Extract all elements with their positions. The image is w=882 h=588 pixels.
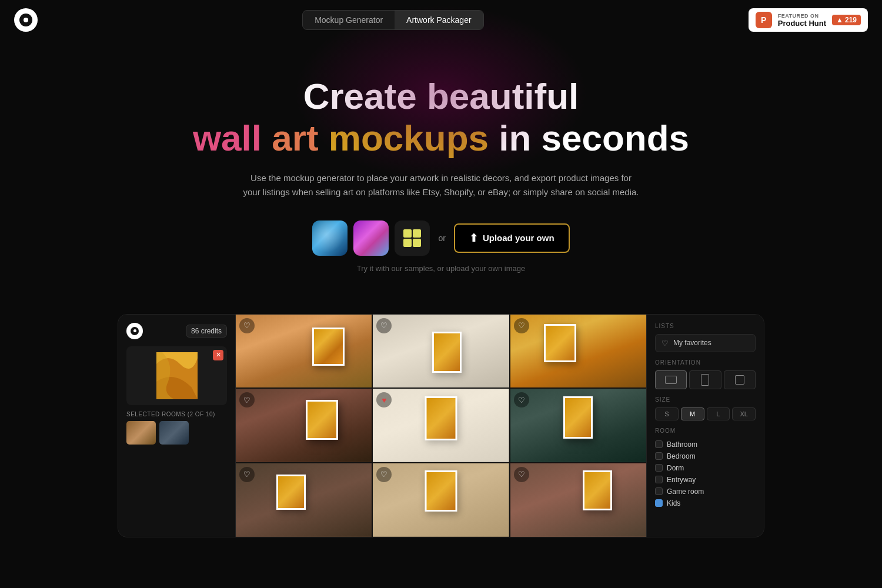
grid-icon [403,229,421,247]
dorm-checkbox[interactable] [655,464,663,472]
upload-icon: ⬆ [469,232,478,245]
dorm-label: Dorm [667,464,684,472]
my-favorites-item[interactable]: ♡ My favorites [655,334,756,352]
bedroom-checkbox[interactable] [655,452,663,460]
or-divider: or [438,233,445,243]
heart-btn-2[interactable]: ♡ [376,318,392,333]
hero-line1: Create beautiful [12,75,870,117]
gameroom-label: Game room [667,487,704,496]
grid-cell-9[interactable]: ♡ [510,463,646,537]
app-preview: 86 credits ✕ SELECTED ROOMS (2 OF 10) [118,314,764,537]
kids-checkbox[interactable] [655,499,663,507]
credits-badge: 86 credits [186,325,227,338]
hero-word-seconds2: in seconds [499,118,689,158]
ph-arrow: ▲ [836,16,843,24]
room-thumb-2[interactable] [159,421,189,445]
hero-word-mockups: mockups [329,118,489,158]
square-icon [735,375,744,385]
sample-hint: Try it with our samples, or upload your … [12,264,870,273]
panel-header: 86 credits [126,323,227,339]
heart-btn-1[interactable]: ♡ [239,318,255,333]
landscape-icon [665,376,677,384]
room-dorm[interactable]: Dorm [655,462,756,474]
size-m-btn[interactable]: M [681,407,704,420]
logo [14,8,38,32]
grid-cell-7[interactable]: ♡ [236,463,372,537]
ph-number: 219 [845,16,857,24]
artwork-preview: ✕ [126,346,227,405]
hero-word-wall: wall [193,118,262,158]
tab-mockup-generator[interactable]: Mockup Generator [303,11,395,29]
room-thumb-1[interactable] [126,421,156,445]
entryway-label: Entryway [667,476,696,484]
upload-btn-label: Upload your own [483,233,554,243]
grid-cell-8[interactable]: ♡ [373,463,509,537]
grid-cell-1[interactable]: ♡ [236,315,372,388]
sample-thumb-3[interactable] [395,220,430,256]
size-row: S M L XL [655,407,756,420]
hero-subtitle: Use the mockup generator to place your a… [241,171,641,199]
room-bedroom[interactable]: Bedroom [655,450,756,462]
tab-artwork-packager[interactable]: Artwork Packager [395,11,483,29]
room-kids[interactable]: Kids [655,497,756,509]
artwork-svg [156,352,198,399]
hero-section: Create beautiful wall art mockups in sec… [0,40,882,296]
product-hunt-badge[interactable]: P FEATURED ON Product Hunt ▲ 219 [749,8,868,32]
sample-thumb-2[interactable] [353,220,389,256]
orient-square-btn[interactable] [724,370,756,389]
hero-word-art: art [272,118,318,158]
ph-featured-label: FEATURED ON [778,13,826,19]
grid-cell-5[interactable]: ♥ [373,389,509,462]
ph-count: ▲ 219 [832,15,861,25]
panel-logo [126,323,143,339]
room-section-title: ROOM [655,427,756,434]
portrait-icon [701,374,709,386]
ph-name: Product Hunt [778,19,826,28]
nav-tabs: Mockup Generator Artwork Packager [302,10,483,30]
lists-section-title: LISTS [655,323,756,329]
upload-button[interactable]: ⬆ Upload your own [454,223,570,253]
grid-cell-6[interactable]: ♡ [510,389,646,462]
product-hunt-icon: P [756,12,772,28]
room-filter-list: Bathroom Bedroom Dorm Entryway Game room… [655,439,756,509]
orient-portrait-btn[interactable] [689,370,721,389]
product-hunt-text: FEATURED ON Product Hunt [778,13,826,28]
grid-cell-3[interactable]: ♡ [510,315,646,388]
bathroom-label: Bathroom [667,440,697,449]
grid-cell-2[interactable]: ♡ [373,315,509,388]
kids-label: Kids [667,499,680,507]
main-grid: ♡ ♡ ♡ ♡ [236,315,646,537]
orientation-row [655,370,756,389]
heart-btn-9[interactable]: ♡ [514,467,529,482]
room-bathroom[interactable]: Bathroom [655,439,756,450]
entryway-checkbox[interactable] [655,476,663,483]
delete-artwork-button[interactable]: ✕ [213,350,223,360]
right-panel: LISTS ♡ My favorites ORIENTATION SIZE S … [646,315,764,537]
logo-icon [19,14,32,26]
heart-btn-6[interactable]: ♡ [514,392,529,407]
hero-title: Create beautiful wall art mockups in sec… [12,75,870,159]
heart-btn-3[interactable]: ♡ [514,318,529,333]
bedroom-label: Bedroom [667,452,696,460]
room-game-room[interactable]: Game room [655,486,756,497]
sample-thumb-1[interactable] [312,220,348,256]
room-entryway[interactable]: Entryway [655,474,756,486]
sample-row: or ⬆ Upload your own [12,220,870,256]
bathroom-checkbox[interactable] [655,440,663,448]
size-s-btn[interactable]: S [655,407,679,420]
size-l-btn[interactable]: L [707,407,730,420]
heart-btn-7[interactable]: ♡ [239,467,255,482]
heart-icon: ♡ [662,339,669,348]
room-thumbs [126,421,227,445]
orient-landscape-btn[interactable] [655,370,687,389]
navbar: Mockup Generator Artwork Packager P FEAT… [0,0,882,40]
grid-cell-4[interactable]: ♡ [236,389,372,462]
orientation-section-title: ORIENTATION [655,359,756,366]
my-favorites-label: My favorites [673,339,711,347]
gameroom-checkbox[interactable] [655,487,663,495]
selected-rooms-label: SELECTED ROOMS (2 OF 10) [126,411,227,417]
size-section-title: SIZE [655,396,756,403]
left-panel: 86 credits ✕ SELECTED ROOMS (2 OF 10) [118,315,236,537]
size-xl-btn[interactable]: XL [732,407,756,420]
